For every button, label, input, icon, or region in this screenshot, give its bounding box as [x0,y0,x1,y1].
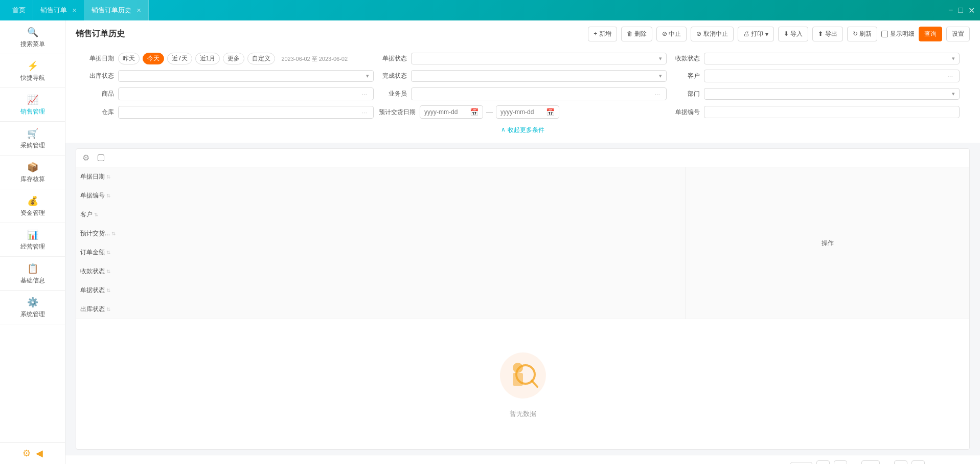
date-btn-1month[interactable]: 近1月 [195,53,220,64]
order-no-input[interactable] [704,106,960,118]
import-button[interactable]: ⬇ 导入 [778,27,808,41]
sidebar-item-search-menu[interactable]: 🔍 搜索菜单 [0,20,65,54]
tab-sales-order[interactable]: 销售订单 ✕ [33,0,84,20]
sidebar-item-finance[interactable]: 💰 资金管理 [0,189,65,223]
customer-text-input[interactable] [709,73,945,80]
warehouse-input[interactable]: ··· [118,106,374,119]
content-area: 销售订单历史 + 新增 🗑 删除 ⊘ 中止 ⊘ 取消中止 🖨 打印 ▾ ⬇ 导入… [65,20,980,464]
print-button[interactable]: 🖨 打印 ▾ [738,27,774,41]
page-first-button[interactable]: |◀ [816,460,830,464]
svg-rect-4 [513,373,523,386]
sidebar-item-purchase-mgmt-label: 采购管理 [20,141,45,150]
maximize-icon[interactable]: □ [958,6,963,15]
customer-input[interactable]: ··· [704,70,960,82]
th-payment[interactable]: 收款状态 ⇅ [76,262,686,281]
date-label: 单据日期 [86,54,114,63]
th-delivery[interactable]: 预计交货... ⇅ [76,224,686,243]
th-amount[interactable]: 订单金额 ⇅ [76,243,686,262]
warehouse-text-input[interactable] [123,108,359,116]
sidebar: 🔍 搜索菜单 ⚡ 快捷导航 📈 销售管理 🛒 采购管理 📦 库存核算 💰 资金管… [0,20,65,464]
th-date[interactable]: 单据日期 ⇅ [76,167,686,186]
sidebar-item-sales-mgmt-label: 销售管理 [20,107,45,116]
delivery-date-end[interactable]: 📅 [496,105,559,119]
th-no[interactable]: 单据编号 ⇅ [76,186,686,205]
date-btn-today[interactable]: 今天 [143,53,164,64]
date-btn-custom[interactable]: 自定义 [247,53,275,64]
select-all-checkbox[interactable] [98,154,104,161]
tab-home[interactable]: 首页 [5,0,33,20]
tab-home-label: 首页 [12,6,26,15]
page-prev-button[interactable]: ◀ [834,460,847,464]
table-settings-icon[interactable]: ⚙ [82,153,89,163]
filter-customer-cell: 客户 ··· [672,70,960,82]
sidebar-item-quick-nav[interactable]: ⚡ 快捷导航 [0,54,65,88]
tab-sales-order-close[interactable]: ✕ [72,7,77,14]
date-btn-more[interactable]: 更多 [223,53,244,64]
th-customer[interactable]: 客户 ⇅ [76,205,686,224]
order-status-select[interactable]: ▾ [411,53,667,64]
query-button[interactable]: 查询 [919,27,942,41]
product-input[interactable]: ··· [118,87,374,100]
collapse-arrow-icon: ∧ [501,126,506,135]
minimize-icon[interactable]: − [948,6,953,15]
delivery-status-select[interactable]: ▾ [118,70,374,82]
close-icon[interactable]: ✕ [968,6,975,15]
sidebar-item-sales-mgmt[interactable]: 📈 销售管理 [0,88,65,122]
order-no-text-input[interactable] [709,108,955,116]
delivery-date-end-calendar-icon[interactable]: 📅 [546,108,555,116]
product-ellipsis-icon[interactable]: ··· [359,90,369,98]
date-selector: 昨天 今天 近7天 近1月 更多 自定义 2023-06-02 至 2023-0… [118,53,348,64]
search-menu-icon: 🔍 [27,27,38,38]
th-customer-label: 客户 [80,210,93,219]
delivery-date-end-input[interactable] [500,108,544,116]
filter-completion-status-cell: 完成状态 ▾ [379,70,667,82]
display-toggle-checkbox[interactable] [881,31,888,37]
sidebar-item-system-mgmt[interactable]: ⚙️ 系统管理 [0,291,65,324]
sidebar-settings-icon[interactable]: ⚙ [22,448,31,459]
sidebar-item-inventory[interactable]: 📦 库存核算 [0,156,65,189]
page-number-input[interactable] [861,460,880,464]
warehouse-ellipsis-icon[interactable]: ··· [359,108,369,116]
settings-button[interactable]: 设置 [946,27,970,41]
date-btn-7days[interactable]: 近7天 [167,53,192,64]
completion-status-select[interactable]: ▾ [411,70,667,82]
salesperson-ellipsis-icon[interactable]: ··· [652,90,662,98]
filter-area: 单据日期 昨天 今天 近7天 近1月 更多 自定义 2023-06-02 至 2… [76,48,970,143]
delivery-date-start-input[interactable] [424,108,468,116]
tab-sales-order-history-close[interactable]: ✕ [136,7,141,14]
delivery-date-start[interactable]: 📅 [420,105,483,119]
salesperson-text-input[interactable] [416,91,652,98]
delivery-date-start-calendar-icon[interactable]: 📅 [470,108,478,116]
add-button[interactable]: + 新增 [588,27,617,41]
export-button[interactable]: ⬆ 导出 [812,27,842,41]
payment-status-select[interactable]: ▾ [704,53,960,64]
tab-sales-order-history[interactable]: 销售订单历史 ✕ [84,0,149,20]
page-next-button[interactable]: ▶ [894,460,907,464]
th-delivery-status[interactable]: 出库状态 ⇅ [76,300,686,319]
refresh-button[interactable]: ↻ 刷新 [847,27,877,41]
system-mgmt-icon: ⚙️ [27,297,38,308]
sidebar-item-base-info[interactable]: 📋 基础信息 [0,257,65,291]
th-order-status[interactable]: 单据状态 ⇅ [76,281,686,300]
sidebar-item-operations[interactable]: 📊 经营管理 [0,223,65,257]
filter-salesperson-cell: 业务员 ··· [379,87,667,100]
filter-product-cell: 商品 ··· [86,87,374,100]
dept-select[interactable]: ▾ [704,88,960,100]
filter-dept-cell: 部门 ▾ [672,87,960,100]
customer-ellipsis-icon[interactable]: ··· [945,72,955,80]
cancel-stop-button[interactable]: ⊘ 取消中止 [691,27,733,41]
pagination: 每页显示 50 ▼ |◀ ◀ 第 页 ▶ ▶| 共0页, 0条记录 [65,455,980,464]
sidebar-collapse-icon[interactable]: ◀ [36,448,43,459]
page-last-button[interactable]: ▶| [911,460,925,464]
tab-sales-order-history-label: 销售订单历史 [92,6,131,15]
delete-button[interactable]: 🗑 删除 [621,27,652,41]
collapse-row[interactable]: ∧ 收起更多条件 [86,124,960,137]
stop-button[interactable]: ⊘ 中止 [656,27,687,41]
product-text-input[interactable] [123,91,359,98]
salesperson-input[interactable]: ··· [411,87,667,100]
sidebar-item-purchase-mgmt[interactable]: 🛒 采购管理 [0,122,65,156]
page-size-select[interactable]: 50 ▼ [790,462,812,464]
payment-status-label: 收款状态 [672,54,700,63]
date-btn-yesterday[interactable]: 昨天 [118,53,140,64]
sidebar-item-search-menu-label: 搜索菜单 [20,40,45,49]
